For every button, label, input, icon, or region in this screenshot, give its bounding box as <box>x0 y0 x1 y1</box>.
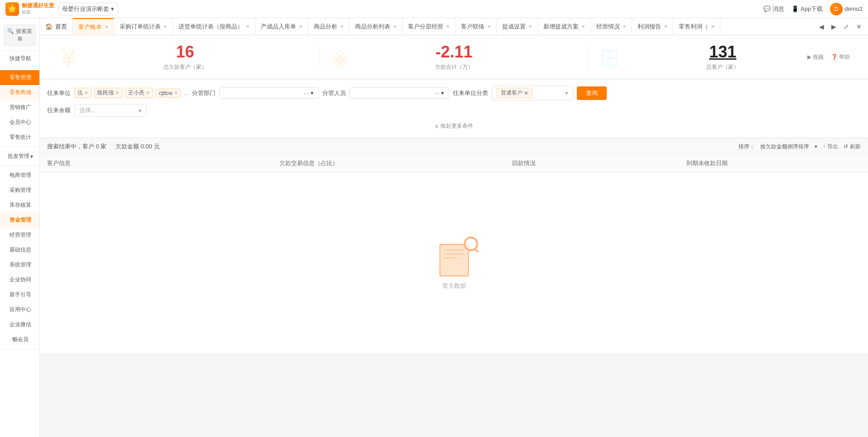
tab-customer-link[interactable]: 客户联络 ✕ <box>456 18 497 35</box>
empty-text: 暂无数据 <box>442 282 466 290</box>
sidebar-item-corp-collab-label: 企业协同 <box>10 276 31 283</box>
unit-category-tag-close[interactable]: ✕ <box>524 90 528 96</box>
user-profile[interactable]: D demo2 <box>830 3 863 15</box>
tab-promotion-settings-close[interactable]: ✕ <box>528 24 532 29</box>
tab-purchase-summary[interactable]: 采购订单统计表 ✕ <box>114 18 173 35</box>
sidebar-item-newbie[interactable]: 新手引导 <box>0 287 39 302</box>
tab-product-analysis-close[interactable]: ✕ <box>340 24 344 29</box>
tab-next-btn[interactable]: ▶ <box>829 22 839 31</box>
refresh-btn[interactable]: ↺ 刷新 <box>844 143 861 151</box>
filter-tag-chen-close[interactable]: ✕ <box>115 90 119 96</box>
sidebar-item-members[interactable]: 会员中心 <box>0 115 39 130</box>
tab-cost-inbound[interactable]: 产成品入库单 ✕ <box>255 18 308 35</box>
tab-customer-link-close[interactable]: ✕ <box>487 24 491 29</box>
filter-tag-chen-text: 陈民强 <box>97 89 114 97</box>
empty-doc-shape <box>439 244 469 276</box>
app-download-btn[interactable]: 📱 App下载 <box>791 5 823 13</box>
filter-tag-more[interactable]: ... <box>184 90 188 96</box>
export-btn[interactable]: ↑ 导出 <box>823 143 838 151</box>
tab-operations[interactable]: 经营情况 ✕ <box>591 18 632 35</box>
stat-credit-customers-label: 总欠款客户（家） <box>163 63 207 71</box>
tab-accounts-close[interactable]: ✕ <box>105 24 108 29</box>
tab-customer-tier-label: 客户分层经营 <box>408 23 443 31</box>
sort-value[interactable]: 按欠款金额倒序排序 <box>760 143 809 151</box>
dept-filter-select[interactable]: ··· ▾ <box>219 87 319 99</box>
sidebar-item-retail[interactable]: 零售管理 <box>0 70 39 85</box>
tab-purchase-summary-label: 采购订单统计表 <box>120 23 161 31</box>
export-label: 导出 <box>827 143 838 151</box>
tab-prev-btn[interactable]: ◀ <box>816 22 827 31</box>
help-btn[interactable]: ❓ 帮助 <box>831 53 850 61</box>
tab-close-all-btn[interactable]: ✕ <box>854 22 864 31</box>
remainder-filter-select[interactable]: 选择... ▾ <box>74 104 147 117</box>
stat-credit-amount-label: 欠款合计（万） <box>435 63 473 71</box>
tab-promotion-settings[interactable]: 提成设置 ✕ <box>497 18 538 35</box>
tab-new-promotion-close[interactable]: ✕ <box>581 24 585 29</box>
sidebar-item-quick-nav[interactable]: 快捷导航 <box>0 51 39 66</box>
sidebar-item-retail-stats[interactable]: 零售统计 <box>0 130 39 145</box>
tab-cost-inbound-close[interactable]: ✕ <box>299 24 302 29</box>
top-bar-left: 🌟 畅捷通好生意 标版 母婴行业演示帐套 ▾ <box>5 2 118 16</box>
bell-icon: 💬 <box>763 5 771 12</box>
sidebar-item-ecommerce[interactable]: 电商管理 <box>0 168 39 183</box>
tab-product-analysis-list[interactable]: 商品分析列表 ✕ <box>350 18 403 35</box>
unit-category-select[interactable]: 普通客户 ✕ ▾ <box>492 86 573 100</box>
query-button[interactable]: 查询 <box>577 86 607 100</box>
tab-retail-profit[interactable]: 零售利润（ ✕ <box>673 18 720 35</box>
sidebar-item-corp-collab[interactable]: 企业协同 <box>0 272 39 287</box>
tab-inbound-stats[interactable]: 进货单统计表（按商品） ✕ <box>173 18 255 35</box>
tab-retail-profit-close[interactable]: ✕ <box>711 24 715 29</box>
tab-operations-close[interactable]: ✕ <box>623 24 626 29</box>
tab-home[interactable]: 🏠 首页 <box>40 18 73 35</box>
sidebar-item-marketing[interactable]: 营销推广 <box>0 100 39 115</box>
tab-customer-tier-close[interactable]: ✕ <box>446 24 450 29</box>
sidebar-item-retail-mall[interactable]: 零售商城 <box>0 85 39 100</box>
tab-product-analysis-list-close[interactable]: ✕ <box>393 24 397 29</box>
sidebar-item-purchase[interactable]: 采购管理 <box>0 183 39 198</box>
sidebar-item-finance[interactable]: 资金管理 <box>0 213 39 228</box>
filter-tag-wang-close[interactable]: ✕ <box>146 90 150 96</box>
unit-category-label: 往来单位分类 <box>453 89 488 97</box>
video-btn[interactable]: ▶ 视频 <box>807 53 824 61</box>
remainder-chevron: ▾ <box>139 107 142 114</box>
sidebar-item-inventory[interactable]: 库存核算 <box>0 198 39 213</box>
sidebar-item-base-info[interactable]: 基础信息 <box>0 242 39 257</box>
logo-text-block: 畅捷通好生意 标版 <box>22 2 54 15</box>
sidebar-item-ecommerce-label: 电商管理 <box>10 172 31 178</box>
sidebar-item-batch-mgmt-label: 批发管理 <box>8 152 29 160</box>
sidebar-item-operations-mgmt[interactable]: 经营管理 <box>0 228 39 242</box>
tab-purchase-summary-close[interactable]: ✕ <box>163 24 167 29</box>
tab-profit-report[interactable]: 利润报告 ✕ <box>632 18 673 35</box>
tab-accounts-label: 客户账本 <box>78 23 102 31</box>
store-selector[interactable]: 母婴行业演示帐套 ▾ <box>58 3 118 15</box>
sidebar-item-app-center[interactable]: 应用中心 <box>0 302 39 317</box>
sidebar-item-vip[interactable]: 畅会员 <box>0 332 39 347</box>
logo-sub: 标版 <box>22 9 54 15</box>
tab-accounts[interactable]: 客户账本 ✕ <box>73 18 114 35</box>
collapse-button[interactable]: ∧ 收起更多条件 <box>435 120 473 132</box>
sidebar-item-corp-wechat[interactable]: 企业微信 <box>0 317 39 332</box>
tab-new-promotion[interactable]: 新增提成方案 ✕ <box>538 18 591 35</box>
person-filter-select[interactable]: ··· ▾ <box>350 87 449 99</box>
stat-total-customers: ⊞ 131 总客户（家） ▶ 视频 ❓ 帮助 <box>588 43 857 71</box>
tab-expand-btn[interactable]: ⤢ <box>841 22 852 31</box>
tab-profit-report-close[interactable]: ✕ <box>664 24 667 29</box>
tab-inbound-stats-close[interactable]: ✕ <box>246 24 249 29</box>
filter-tag-cjttcw-close[interactable]: ✕ <box>174 90 178 96</box>
tab-customer-tier[interactable]: 客户分层经营 ✕ <box>403 18 456 35</box>
person-dots-icon: ··· <box>434 90 439 96</box>
sidebar-item-finance-label: 资金管理 <box>10 217 31 223</box>
refresh-icon: ↺ <box>844 143 848 150</box>
stat-actions: ▶ 视频 ❓ 帮助 <box>807 53 850 61</box>
tab-product-analysis[interactable]: 商品分析 ✕ <box>308 18 350 35</box>
sidebar-item-batch-mgmt[interactable]: 批发管理 ▾ <box>0 149 39 164</box>
sidebar-item-sys-mgmt[interactable]: 系统管理 <box>0 257 39 272</box>
messages-btn[interactable]: 💬 消息 <box>763 5 784 13</box>
filter-tag-wu-close[interactable]: ✕ <box>84 90 88 96</box>
refresh-label: 刷新 <box>850 143 861 151</box>
search-menu-btn[interactable]: 🔍 搜索菜单 <box>4 24 36 46</box>
home-icon: 🏠 <box>45 23 53 30</box>
video-label: 视频 <box>813 53 824 61</box>
table-header: 客户信息 欠款交易信息（占比） 回款情况 到期未收款日期 <box>40 155 868 172</box>
doc-line-1 <box>444 249 464 251</box>
